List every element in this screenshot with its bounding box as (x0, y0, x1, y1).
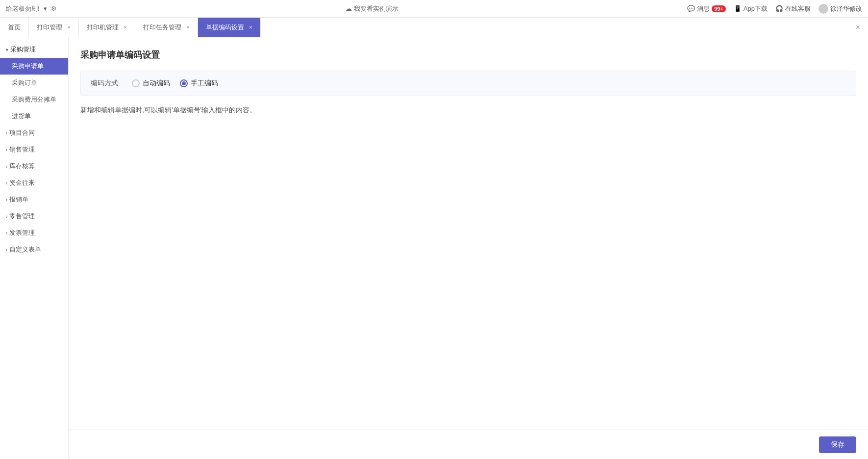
message-item[interactable]: 💬 消息 99+ (687, 4, 726, 13)
sidebar-item-purchase-request[interactable]: 采购申请单 (0, 58, 68, 75)
sidebar-group-custom-form[interactable]: › 自定义表单 (0, 241, 68, 258)
save-button[interactable]: 保存 (819, 436, 856, 453)
tab-encoding-setting[interactable]: 单据编码设置 × (198, 18, 261, 37)
sidebar-group-finance[interactable]: › 资金往来 (0, 175, 68, 191)
tab-encoding-setting-label: 单据编码设置 (206, 23, 244, 32)
project-arrow-icon: › (6, 130, 7, 136)
sidebar-group-invoice[interactable]: › 发票管理 (0, 225, 68, 241)
expense-arrow-icon: › (6, 197, 7, 203)
tab-print-manage[interactable]: 打印管理 × (29, 18, 79, 37)
tab-print-task[interactable]: 打印任务管理 × (135, 18, 198, 37)
radio-auto[interactable]: 自动编码 (132, 79, 170, 88)
sidebar-group-expense[interactable]: › 报销单 (0, 191, 68, 208)
message-icon: 💬 (687, 5, 695, 12)
sidebar-group-inventory[interactable]: › 库存核算 (0, 158, 68, 175)
layout: ▾ 采购管理 采购申请单 采购订单 采购费用分摊单 进货单 › 项目合同 › 销… (0, 37, 868, 459)
app-download-item[interactable]: 📱 App下载 (734, 4, 768, 13)
invoice-arrow-icon: › (6, 230, 7, 236)
tab-print-manage-label: 打印管理 (37, 23, 62, 32)
online-service-item[interactable]: 🎧 在线客服 (775, 4, 811, 13)
radio-auto-circle (132, 79, 140, 87)
bottom-bar: 保存 (69, 430, 868, 459)
radio-manual-circle (180, 79, 188, 87)
sales-label: 销售管理 (9, 145, 35, 154)
retail-label: 零售管理 (9, 212, 35, 221)
inventory-label: 库存核算 (9, 162, 35, 171)
inventory-arrow-icon: › (6, 164, 7, 169)
purchase-request-label: 采购申请单 (12, 62, 44, 70)
tab-printer-manage-label: 打印机管理 (87, 23, 119, 32)
top-bar-left: 给老板勿刷! ▾ ⚙ (6, 4, 57, 13)
tab-print-task-close[interactable]: × (186, 24, 190, 31)
main-content: 采购申请单编码设置 编码方式 自动编码 手工编码 新增和编辑单据编时,可以编辑'… (69, 37, 868, 459)
purchase-group-label: 采购管理 (10, 45, 36, 54)
sidebar-item-incoming[interactable]: 进货单 (0, 108, 68, 125)
avatar-icon (818, 4, 828, 14)
tab-encoding-setting-close[interactable]: × (249, 24, 252, 31)
expense-label: 报销单 (9, 195, 28, 204)
online-service-label: 在线客服 (785, 4, 811, 13)
close-all-button[interactable]: × (856, 23, 868, 32)
purchase-cost-label: 采购费用分摊单 (12, 96, 56, 103)
sidebar-group-retail[interactable]: › 零售管理 (0, 208, 68, 225)
top-bar-right: 💬 消息 99+ 📱 App下载 🎧 在线客服 徐泽华修改 (687, 4, 862, 14)
purchase-arrow-icon: ▾ (6, 47, 8, 52)
encoding-label: 编码方式 (91, 79, 120, 88)
dropdown-icon[interactable]: ▾ (44, 5, 47, 12)
custom-form-arrow-icon: › (6, 247, 7, 253)
sidebar-group-purchase[interactable]: ▾ 采购管理 (0, 41, 68, 58)
incoming-label: 进货单 (12, 112, 31, 120)
radio-auto-label: 自动编码 (143, 79, 170, 88)
project-label: 项目合同 (9, 128, 35, 137)
tab-print-task-label: 打印任务管理 (143, 23, 181, 32)
retail-arrow-icon: › (6, 214, 7, 219)
top-bar: 给老板勿刷! ▾ ⚙ ☁ 我要看实例演示 💬 消息 99+ 📱 App下载 🎧 … (0, 0, 868, 18)
content-area: 采购申请单编码设置 编码方式 自动编码 手工编码 新增和编辑单据编时,可以编辑'… (69, 37, 868, 430)
tab-home-label: 首页 (8, 23, 21, 32)
message-badge: 99+ (712, 5, 726, 12)
top-bar-search: ☁ 我要看实例演示 (346, 4, 398, 13)
message-label: 消息 (697, 4, 710, 13)
radio-manual[interactable]: 手工编码 (180, 79, 218, 88)
tab-printer-manage-close[interactable]: × (124, 24, 127, 31)
app-icon: 📱 (734, 5, 742, 12)
search-cloud-icon: ☁ (346, 5, 352, 12)
service-icon: 🎧 (775, 5, 783, 12)
sales-arrow-icon: › (6, 147, 7, 153)
sidebar-group-project[interactable]: › 项目合同 (0, 125, 68, 141)
description-text: 新增和编辑单据编时,可以编辑'单据编号'输入框中的内容。 (80, 106, 856, 115)
radio-group: 自动编码 手工编码 (132, 79, 218, 88)
user-item[interactable]: 徐泽华修改 (818, 4, 862, 14)
search-text[interactable]: 我要看实例演示 (354, 4, 398, 13)
sidebar-group-sales[interactable]: › 销售管理 (0, 141, 68, 158)
finance-label: 资金往来 (9, 178, 35, 187)
tab-home[interactable]: 首页 (0, 18, 29, 37)
boss-text: 给老板勿刷! (6, 4, 40, 13)
user-name: 徐泽华修改 (830, 4, 862, 13)
tab-print-manage-close[interactable]: × (67, 24, 71, 31)
purchase-order-label: 采购订单 (12, 79, 37, 86)
sidebar: ▾ 采购管理 采购申请单 采购订单 采购费用分摊单 进货单 › 项目合同 › 销… (0, 37, 69, 459)
settings-icon[interactable]: ⚙ (51, 5, 57, 12)
app-download-label: App下载 (744, 4, 768, 13)
page-title: 采购申请单编码设置 (80, 49, 856, 61)
sidebar-item-purchase-order[interactable]: 采购订单 (0, 75, 68, 91)
tab-printer-manage[interactable]: 打印机管理 × (79, 18, 135, 37)
tab-bar: 首页 打印管理 × 打印机管理 × 打印任务管理 × 单据编码设置 × × (0, 18, 868, 37)
invoice-label: 发票管理 (9, 229, 35, 237)
sidebar-item-purchase-cost[interactable]: 采购费用分摊单 (0, 91, 68, 108)
custom-form-label: 自定义表单 (9, 245, 41, 254)
finance-arrow-icon: › (6, 180, 7, 186)
radio-manual-label: 手工编码 (191, 79, 218, 88)
encoding-section: 编码方式 自动编码 手工编码 (80, 71, 856, 96)
